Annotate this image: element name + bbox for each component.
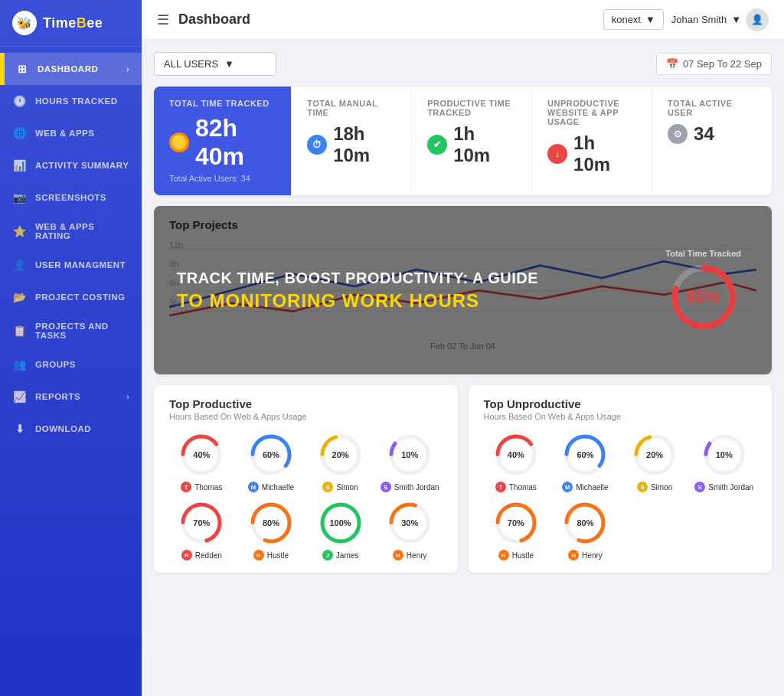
- user-dot: H: [253, 550, 264, 560]
- sidebar-item-label: DOWNLOAD: [35, 424, 91, 433]
- user-circle-wrap: 80%: [562, 500, 608, 546]
- stat-icon: ↓: [547, 144, 567, 164]
- sidebar-item-projects-tasks[interactable]: 📋 PROJECTS AND TASKS: [0, 313, 142, 348]
- user-item: 10% S Smith Jordan: [691, 432, 756, 492]
- company-dropdown[interactable]: konext ▼: [603, 9, 664, 30]
- sidebar-item-label: USER MANAGMENT: [35, 260, 126, 270]
- download-icon: ⬇: [12, 421, 28, 436]
- user-name: Johan Smith: [671, 14, 727, 25]
- user-dot: S: [637, 482, 648, 492]
- user-circle-wrap: 100%: [318, 500, 364, 546]
- user-percent: 70%: [508, 518, 524, 528]
- sidebar-item-dashboard[interactable]: ⊞ DASHBOARD ›: [0, 53, 142, 85]
- circle-title: Total Time Tracked: [665, 249, 741, 258]
- user-item: 40% T Thomas: [484, 432, 549, 492]
- user-dot: M: [248, 482, 259, 492]
- user-item: 10% S Smith Jordan: [377, 432, 443, 492]
- sidebar-item-groups[interactable]: 👥 GROUPS: [0, 348, 142, 381]
- user-item: 80% H Hustle: [239, 500, 304, 560]
- stat-value: 🟡 82h 40m: [169, 114, 276, 171]
- sidebar-item-label: PROJECTS AND TASKS: [35, 322, 129, 340]
- stat-productive: Productive Time Tracked ✔ 1h 10m: [412, 87, 532, 195]
- user-name: Thomas: [194, 483, 222, 492]
- chevron-down-icon: ▼: [224, 58, 234, 70]
- chevron-right-icon: ›: [126, 65, 129, 74]
- filter-label: ALL USERS: [164, 58, 218, 70]
- user-circle-wrap: 70%: [178, 500, 224, 546]
- overlay-line2: TO MONITORING WORK HOURS: [177, 290, 479, 312]
- sidebar: 🐝 TimeBee ⊞ DASHBOARD › 🕐 HOURS TRACKED …: [0, 0, 142, 696]
- user-circle-wrap: 40%: [493, 432, 539, 478]
- sidebar-item-reports[interactable]: 📈 REPORTS ›: [0, 381, 142, 413]
- user-name-badge: R Redden: [181, 550, 222, 560]
- sidebar-item-web-apps-rating[interactable]: ⭐ WEB & APPS RATING: [0, 214, 142, 249]
- filter-row: ALL USERS ▼ 📅 07 Sep To 22 Sep: [154, 52, 772, 76]
- stat-value: ✔ 1h 10m: [427, 123, 516, 166]
- stat-icon: 🟡: [169, 132, 189, 152]
- user-circle-wrap: 10%: [387, 432, 433, 478]
- user-name-badge: H Hustle: [498, 550, 534, 560]
- user-dot: T: [181, 482, 191, 492]
- web-apps-icon: 🌐: [12, 126, 28, 141]
- sidebar-item-activity-summary[interactable]: 📊 ACTIVITY SUMMARY: [0, 149, 142, 181]
- user-item: 30% H Henry: [377, 500, 443, 560]
- main-content: ☰ Dashboard konext ▼ Johan Smith ▼ 👤 ALL…: [142, 0, 784, 696]
- chevron-down-icon: ▼: [645, 14, 655, 25]
- user-circle-wrap: 60%: [562, 432, 608, 478]
- date-range-text: 07 Sep To 22 Sep: [683, 58, 762, 70]
- user-name: Simon: [651, 483, 672, 492]
- stat-label: Total Manual Time: [307, 99, 396, 117]
- sidebar-item-label: WEB & APPS RATING: [35, 222, 129, 240]
- stat-icon: ⏱: [307, 135, 327, 155]
- sidebar-item-screenshots[interactable]: 📷 SCREENSHOTS: [0, 181, 142, 214]
- users-filter[interactable]: ALL USERS ▼: [154, 52, 276, 76]
- sidebar-item-label: PROJECT COSTING: [35, 292, 125, 302]
- user-name: Henry: [582, 551, 603, 560]
- user-name-badge: J James: [322, 550, 358, 560]
- productive-title: Top Productive: [169, 397, 443, 410]
- user-name: Redden: [195, 551, 222, 560]
- groups-icon: 👥: [12, 357, 28, 372]
- stat-label: Unproductive Website & App Usage: [547, 99, 636, 126]
- stat-unproductive: Unproductive Website & App Usage ↓ 1h 10…: [532, 87, 652, 195]
- reports-icon: 📈: [12, 389, 28, 404]
- user-name: Michaelle: [576, 483, 608, 492]
- topbar-right: konext ▼ Johan Smith ▼ 👤: [603, 8, 769, 31]
- stat-total-time: Total Time Tracked 🟡 82h 40m Total Activ…: [154, 87, 292, 195]
- screenshots-icon: 📷: [12, 190, 28, 205]
- circle-percent: 80%: [687, 287, 720, 307]
- user-name: Hustle: [267, 551, 289, 560]
- user-percent: 30%: [401, 518, 418, 528]
- user-item: 70% R Redden: [169, 500, 234, 560]
- sidebar-item-project-costing[interactable]: 📂 PROJECT COSTING: [0, 281, 142, 313]
- user-name: Smith Jordan: [708, 483, 753, 492]
- user-menu[interactable]: Johan Smith ▼ 👤: [671, 8, 769, 31]
- user-dot: R: [181, 550, 192, 560]
- sidebar-item-hours-tracked[interactable]: 🕐 HOURS TRACKED: [0, 85, 142, 117]
- productive-users-grid: 40% T Thomas 60% M Michaelle 20% S: [169, 432, 443, 560]
- dashboard-icon: ⊞: [15, 61, 30, 77]
- sidebar-item-web-apps[interactable]: 🌐 WEB & APPS: [0, 117, 142, 149]
- user-circle-wrap: 20%: [632, 432, 678, 478]
- date-range-picker[interactable]: 📅 07 Sep To 22 Sep: [656, 53, 772, 75]
- user-name: Michaelle: [262, 483, 294, 492]
- user-name-badge: S Smith Jordan: [694, 482, 753, 492]
- sidebar-item-user-management[interactable]: 👤 USER MANAGMENT: [0, 249, 142, 281]
- logo-icon: 🐝: [12, 11, 37, 35]
- user-item: 100% J James: [308, 500, 373, 560]
- user-item: 80% H Henry: [553, 500, 618, 560]
- sidebar-item-download[interactable]: ⬇ DOWNLOAD: [0, 413, 142, 445]
- user-percent: 10%: [401, 450, 418, 459]
- logo-text: TimeBee: [43, 15, 103, 31]
- calendar-icon: 📅: [666, 58, 678, 70]
- user-circle-wrap: 10%: [701, 432, 747, 478]
- user-dot: S: [322, 482, 333, 492]
- sidebar-item-label: ACTIVITY SUMMARY: [35, 161, 129, 170]
- user-percent: 20%: [332, 450, 349, 459]
- user-item: 60% M Michaelle: [553, 432, 618, 492]
- user-dot: S: [694, 482, 705, 492]
- hours-tracked-icon: 🕐: [12, 93, 28, 109]
- user-dot: H: [498, 550, 509, 560]
- stat-icon: ✔: [427, 135, 447, 155]
- menu-icon[interactable]: ☰: [157, 11, 169, 28]
